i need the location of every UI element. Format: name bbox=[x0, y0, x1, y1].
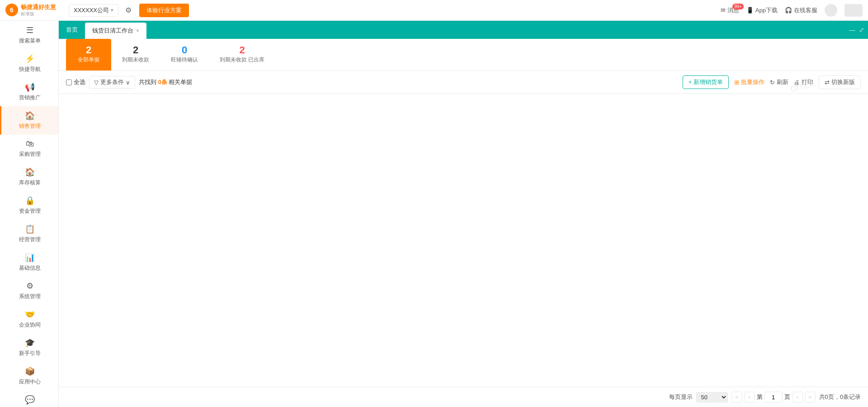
select-all-label: 全选 bbox=[74, 78, 85, 86]
sidebar-item-inventory[interactable]: 🏠库存核算 bbox=[0, 163, 58, 191]
stat-tab-0[interactable]: 2全部单据 bbox=[66, 39, 111, 70]
inventory-icon: 🏠 bbox=[25, 167, 35, 177]
sidebar-item-wechat[interactable]: 💬企业微信 bbox=[0, 390, 58, 407]
newbie-icon: 🎓 bbox=[25, 338, 35, 348]
tab-qianghuo[interactable]: 钱货日清工作台 × bbox=[85, 23, 146, 39]
refresh-label: 刷新 bbox=[777, 78, 788, 86]
message-badge: 99+ bbox=[732, 4, 744, 9]
stat-label-0: 全部单据 bbox=[78, 56, 99, 64]
online-service-action[interactable]: 🎧 在线客服 bbox=[785, 6, 817, 14]
tab-bar: 首页 钱货日清工作台 × — ⤢ bbox=[59, 21, 868, 39]
app-center-label: 应用中心 bbox=[19, 378, 41, 386]
new-sale-button[interactable]: + 新增销货单 bbox=[683, 75, 729, 89]
user-name-display[interactable] bbox=[844, 4, 863, 17]
experience-button[interactable]: 体验行业方案 bbox=[139, 4, 189, 17]
operations-icon: 📋 bbox=[25, 224, 35, 234]
basic-info-icon: 📊 bbox=[25, 253, 35, 262]
stat-number-0: 2 bbox=[86, 44, 91, 56]
logo-text: 畅捷通好生意 标准版 bbox=[21, 4, 56, 17]
finance-icon: 🔒 bbox=[25, 196, 35, 206]
app-center-icon: 📦 bbox=[25, 366, 35, 376]
maximize-icon[interactable]: ⤢ bbox=[859, 26, 864, 33]
stat-label-2: 旺辅待确认 bbox=[171, 56, 198, 64]
settings-icon[interactable]: ⚙ bbox=[122, 4, 135, 17]
per-page-label: 每页显示 bbox=[669, 393, 693, 401]
filter-chevron: ∨ bbox=[126, 79, 130, 86]
stat-tab-1[interactable]: 2到期未收款 bbox=[111, 39, 160, 70]
sidebar-item-newbie[interactable]: 🎓新手引导 bbox=[0, 333, 58, 362]
logo-line1: 畅捷通好生意 bbox=[21, 4, 56, 11]
sidebar-item-purchase[interactable]: 🛍采购管理 bbox=[0, 135, 58, 163]
batch-op-button[interactable]: ⊞ 批量操作 bbox=[734, 78, 764, 86]
page-input[interactable] bbox=[764, 392, 783, 402]
quick-nav-label: 快捷导航 bbox=[19, 65, 41, 73]
switch-version-button[interactable]: ⇄ 切换新版 bbox=[819, 75, 861, 89]
stat-number-2: 0 bbox=[182, 44, 187, 56]
avatar[interactable] bbox=[825, 4, 837, 17]
select-all-input[interactable] bbox=[66, 80, 72, 85]
sidebar-item-quick-nav[interactable]: ⚡快捷导航 bbox=[0, 49, 58, 78]
marketing-label: 营销推广 bbox=[19, 94, 41, 102]
found-text: 共找到 0条 相关单据 bbox=[139, 78, 192, 86]
refresh-icon: ↻ bbox=[770, 79, 775, 86]
app-download-action[interactable]: 📱 App下载 bbox=[746, 6, 778, 14]
search-menu-icon: ☰ bbox=[26, 25, 33, 35]
page-label: 第 bbox=[757, 393, 763, 401]
sidebar-item-finance[interactable]: 🔒资金管理 bbox=[0, 191, 58, 220]
online-service-label: 在线客服 bbox=[794, 6, 817, 14]
stat-label-3: 到期未收款 已出库 bbox=[220, 56, 264, 64]
prev-page-button[interactable]: ‹ bbox=[744, 392, 755, 402]
basic-info-label: 基础信息 bbox=[19, 264, 41, 272]
toolbar: 全选 ▽ 更多条件 ∨ 共找到 0条 相关单据 + 新增销货单 bbox=[59, 71, 868, 94]
first-page-button[interactable]: « bbox=[731, 392, 742, 402]
page-nav: « ‹ 第 页 › » bbox=[731, 392, 816, 402]
batch-icon: ⊞ bbox=[734, 79, 739, 86]
active-tab-label: 钱货日清工作台 bbox=[92, 27, 133, 35]
tab-close-icon[interactable]: × bbox=[136, 28, 139, 34]
print-button[interactable]: 🖨 打印 bbox=[794, 78, 813, 86]
switch-label: 切换新版 bbox=[831, 78, 855, 86]
filter-icon: ▽ bbox=[94, 79, 99, 86]
tab-home[interactable]: 首页 bbox=[59, 21, 85, 39]
stat-number-3: 2 bbox=[240, 44, 245, 56]
toolbar-left: 全选 ▽ 更多条件 ∨ 共找到 0条 相关单据 bbox=[66, 76, 679, 89]
page-suffix: 页 bbox=[784, 393, 790, 401]
sidebar-item-cooperation[interactable]: 🤝企业协同 bbox=[0, 305, 58, 333]
stat-tab-2[interactable]: 0旺辅待确认 bbox=[160, 39, 209, 70]
refresh-button[interactable]: ↻ 刷新 bbox=[770, 78, 788, 86]
message-action[interactable]: ✉ 消息 99+ bbox=[721, 6, 739, 14]
purchase-icon: 🛍 bbox=[26, 139, 34, 149]
sidebar-item-system[interactable]: ⚙系统管理 bbox=[0, 276, 58, 305]
table-area bbox=[59, 94, 868, 387]
minimize-icon[interactable]: — bbox=[849, 26, 855, 33]
found-suffix: 相关单据 bbox=[169, 79, 192, 85]
page-size-select[interactable]: 50 100 200 bbox=[696, 392, 728, 402]
sales-icon: 🏠 bbox=[25, 111, 35, 121]
filter-button[interactable]: ▽ 更多条件 ∨ bbox=[89, 76, 135, 89]
batch-op-label: 批量操作 bbox=[741, 78, 764, 86]
sidebar-item-operations[interactable]: 📋经营管理 bbox=[0, 220, 58, 248]
phone-icon: 📱 bbox=[746, 7, 754, 14]
select-all-checkbox[interactable]: 全选 bbox=[66, 78, 85, 86]
sidebar-item-basic-info[interactable]: 📊基础信息 bbox=[0, 248, 58, 276]
page-content: 2全部单据2到期未收款0旺辅待确认2到期未收款 已出库 全选 ▽ 更多条件 ∨ … bbox=[59, 39, 868, 407]
next-page-button[interactable]: › bbox=[792, 392, 803, 402]
company-selector[interactable]: XXXXXX公司 ▾ bbox=[69, 4, 118, 17]
stat-tab-3[interactable]: 2到期未收款 已出库 bbox=[209, 39, 275, 70]
stats-tabs: 2全部单据2到期未收款0旺辅待确认2到期未收款 已出库 bbox=[59, 39, 868, 71]
wechat-icon: 💬 bbox=[25, 395, 35, 405]
sidebar-item-search-menu[interactable]: ☰搜索菜单 bbox=[0, 21, 58, 49]
message-icon: ✉ bbox=[721, 7, 726, 14]
stat-label-1: 到期未收款 bbox=[122, 56, 149, 64]
search-menu-label: 搜索菜单 bbox=[19, 37, 41, 45]
sidebar-item-marketing[interactable]: 📢营销推广 bbox=[0, 78, 58, 106]
print-icon: 🖨 bbox=[794, 79, 800, 86]
inventory-label: 库存核算 bbox=[19, 179, 41, 187]
last-page-button[interactable]: » bbox=[805, 392, 816, 402]
new-sale-label: + 新增销货单 bbox=[689, 78, 723, 86]
main-layout: ☰搜索菜单⚡快捷导航📢营销推广🏠销售管理🛍采购管理🏠库存核算🔒资金管理📋经营管理… bbox=[0, 21, 868, 407]
logo-line2: 标准版 bbox=[21, 11, 56, 17]
sidebar-item-app-center[interactable]: 📦应用中心 bbox=[0, 362, 58, 390]
content-area: 首页 钱货日清工作台 × — ⤢ 2全部单据2到期未收款0旺辅待确认2到期未收款… bbox=[59, 21, 868, 407]
sidebar-item-sales[interactable]: 🏠销售管理 bbox=[0, 106, 58, 135]
